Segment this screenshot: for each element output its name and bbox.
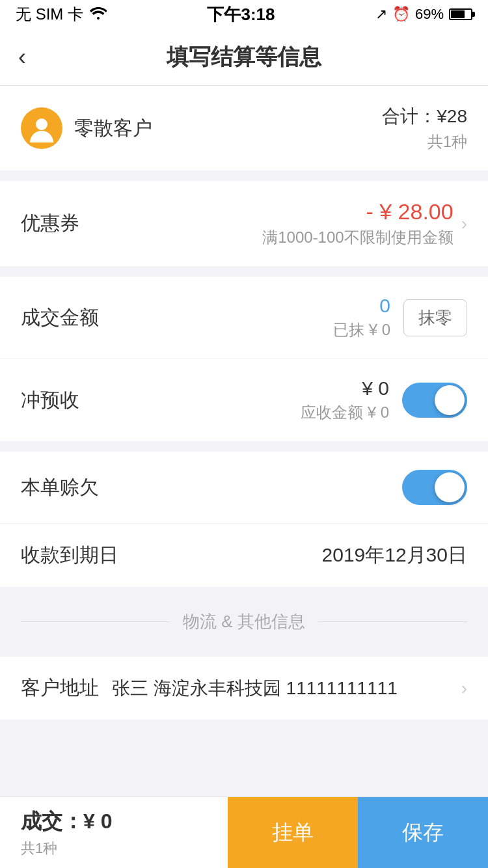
prepay-sub: 应收金额 ¥ 0 [301, 402, 389, 423]
coupon-label: 优惠券 [21, 210, 112, 237]
round-zero-button[interactable]: 抹零 [403, 299, 467, 336]
pending-label: 挂单 [272, 819, 314, 847]
address-label: 客户地址 [21, 675, 99, 701]
battery-icon [449, 8, 472, 20]
no-sim-text: 无 SIM 卡 [16, 4, 83, 25]
address-value: 张三 海淀永丰科技园 11111111111 [112, 676, 461, 701]
address-row[interactable]: 客户地址 张三 海淀永丰科技园 11111111111 › [0, 657, 488, 720]
customer-right: 合计：¥28 共1种 [382, 104, 467, 152]
coupon-chevron-icon: › [461, 213, 467, 234]
due-date-value[interactable]: 2019年12月30日 [322, 542, 467, 569]
bottom-deal-label: 成交： [21, 809, 83, 833]
customer-row: 零散客户 合计：¥28 共1种 [0, 86, 488, 170]
status-time: 下午3:18 [207, 3, 275, 26]
credit-toggle[interactable] [402, 470, 467, 505]
customer-avatar [21, 107, 62, 149]
credit-row: 本单赊欠 [0, 452, 488, 524]
address-chevron-icon: › [461, 678, 467, 699]
back-button[interactable]: ‹ [18, 44, 26, 71]
divider-line-right [318, 621, 467, 622]
due-date-label: 收款到期日 [21, 542, 118, 569]
bottom-deal-value: ¥ 0 [83, 809, 112, 833]
alarm-icon: ⏰ [392, 6, 410, 23]
bottom-count: 共1种 [21, 839, 207, 858]
amount-input-area: 0 已抹 ¥ 0 [333, 295, 390, 340]
battery-text: 69% [415, 6, 444, 23]
svg-point-0 [36, 118, 47, 130]
content: 零散客户 合计：¥28 共1种 优惠券 - ¥ 28.00 满1000-100不… [0, 86, 488, 815]
prepay-label: 冲预收 [21, 387, 112, 414]
divider-line-left [21, 621, 170, 622]
due-date-row: 收款到期日 2019年12月30日 [0, 524, 488, 587]
credit-label: 本单赊欠 [21, 474, 112, 501]
coupon-sub: 满1000-100不限制使用金额 [262, 227, 453, 248]
coupon-discount: - ¥ 28.00 [262, 199, 453, 224]
prepay-right: ¥ 0 应收金额 ¥ 0 [112, 377, 467, 423]
coupon-right: - ¥ 28.00 满1000-100不限制使用金额 › [262, 199, 467, 248]
logistics-divider: 物流 & 其他信息 [0, 597, 488, 646]
customer-left: 零散客户 [21, 107, 152, 149]
prepay-row: 冲预收 ¥ 0 应收金额 ¥ 0 [0, 359, 488, 441]
prepay-toggle-knob [435, 385, 465, 415]
save-label: 保存 [402, 819, 444, 847]
deal-amount-label: 成交金额 [21, 305, 112, 331]
credit-right [112, 470, 467, 505]
bottom-bar: 成交：¥ 0 共1种 挂单 保存 [0, 796, 488, 868]
customer-name: 零散客户 [74, 115, 152, 142]
bottom-summary: 成交：¥ 0 共1种 [0, 807, 228, 858]
prepay-toggle[interactable] [402, 383, 467, 418]
deal-amount-row: 成交金额 0 已抹 ¥ 0 抹零 [0, 277, 488, 359]
nav-bar: ‹ 填写结算等信息 [0, 29, 488, 86]
prepay-amount-area: ¥ 0 应收金额 ¥ 0 [301, 377, 389, 423]
logistics-divider-text: 物流 & 其他信息 [170, 610, 318, 633]
deal-amount-right: 0 已抹 ¥ 0 抹零 [112, 295, 467, 340]
coupon-section: 优惠券 - ¥ 28.00 满1000-100不限制使用金额 › [0, 181, 488, 266]
deal-amount-value[interactable]: 0 [379, 295, 390, 317]
customer-total: 合计：¥28 [382, 104, 467, 129]
credit-toggle-knob [435, 472, 465, 502]
deal-amount-sub: 已抹 ¥ 0 [333, 319, 390, 340]
save-button[interactable]: 保存 [358, 797, 488, 869]
wifi-icon [90, 5, 107, 23]
status-bar: 无 SIM 卡 下午3:18 ↗ ⏰ 69% [0, 0, 488, 29]
coupon-row[interactable]: 优惠券 - ¥ 28.00 满1000-100不限制使用金额 › [0, 181, 488, 266]
pending-button[interactable]: 挂单 [228, 797, 358, 869]
credit-section: 本单赊欠 收款到期日 2019年12月30日 [0, 452, 488, 587]
page-title: 填写结算等信息 [167, 42, 321, 72]
customer-count: 共1种 [382, 131, 467, 152]
status-right: ↗ ⏰ 69% [375, 6, 472, 23]
bottom-deal-text: 成交：¥ 0 [21, 807, 207, 836]
location-icon: ↗ [375, 6, 387, 23]
status-left: 无 SIM 卡 [16, 4, 107, 25]
deal-section: 成交金额 0 已抹 ¥ 0 抹零 冲预收 ¥ 0 应收金额 ¥ 0 [0, 277, 488, 441]
coupon-text-block: - ¥ 28.00 满1000-100不限制使用金额 [262, 199, 453, 248]
prepay-value: ¥ 0 [362, 377, 389, 400]
